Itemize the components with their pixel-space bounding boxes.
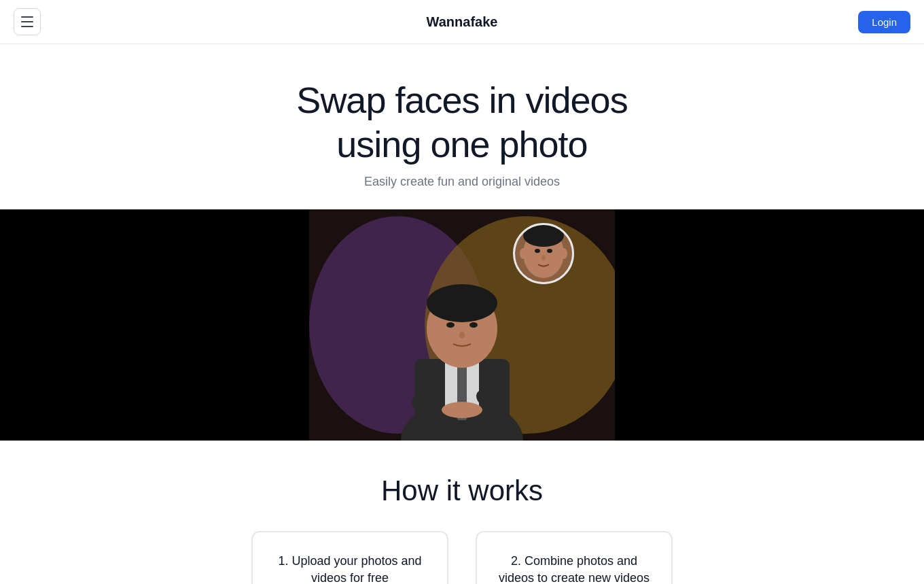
menu-button[interactable]: [14, 8, 41, 35]
cards-container: 1. Upload your photos and videos for fre…: [14, 531, 910, 584]
hero-title: Swap faces in videos using one photo: [14, 78, 910, 167]
menu-icon-line2: [21, 21, 33, 22]
card-combine: 2. Combine photos and videos to create n…: [476, 531, 673, 584]
how-section: How it works 1. Upload your photos and v…: [0, 441, 924, 584]
card-upload-title: 1. Upload your photos and videos for fre…: [273, 553, 427, 584]
face-swap-image: [515, 225, 572, 282]
video-section: [0, 209, 924, 441]
svg-point-10: [469, 322, 478, 328]
how-title: How it works: [14, 475, 910, 507]
svg-point-22: [561, 248, 567, 259]
face-swap-circle: [513, 223, 574, 284]
video-background: [309, 209, 615, 441]
video-left-black: [0, 209, 309, 441]
hero-title-line2: using one photo: [336, 124, 587, 165]
navbar-left: [14, 8, 41, 35]
card-combine-title: 2. Combine photos and videos to create n…: [497, 553, 651, 584]
svg-point-14: [442, 402, 482, 418]
svg-point-18: [535, 249, 540, 253]
hero-section: Swap faces in videos using one photo Eas…: [0, 44, 924, 209]
svg-point-9: [446, 322, 455, 328]
menu-icon-line3: [21, 26, 33, 27]
video-frame: [309, 209, 615, 441]
site-title: Wannafake: [427, 14, 498, 30]
hero-subtitle: Easily create fun and original videos: [14, 175, 910, 189]
svg-point-19: [547, 249, 552, 253]
login-button[interactable]: Login: [858, 11, 910, 33]
video-right-black: [615, 209, 924, 441]
menu-icon-line1: [21, 16, 33, 18]
svg-point-8: [427, 284, 497, 322]
svg-point-11: [459, 332, 465, 339]
svg-point-20: [541, 255, 546, 260]
navbar: Wannafake Login: [0, 0, 924, 44]
svg-point-17: [523, 225, 564, 247]
card-upload: 1. Upload your photos and videos for fre…: [251, 531, 448, 584]
svg-point-21: [520, 248, 527, 259]
hero-title-line1: Swap faces in videos: [296, 80, 627, 120]
